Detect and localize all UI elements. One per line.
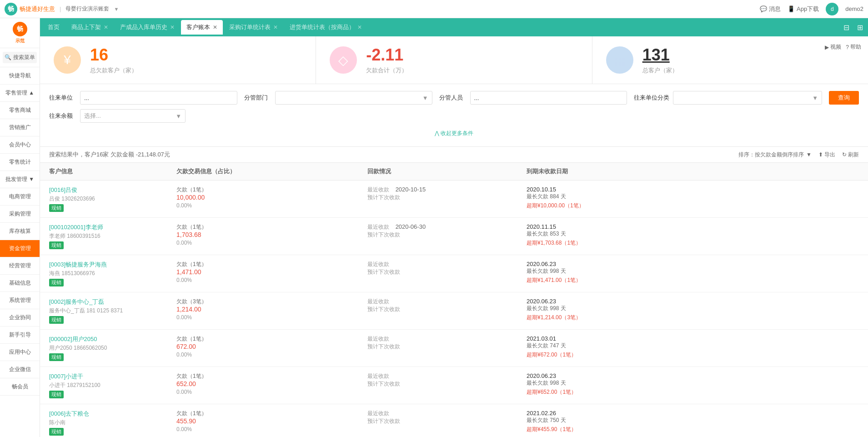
sidebar-item-retail-mall[interactable]: 零售商城 (0, 102, 40, 119)
refresh-btn[interactable]: ↻ 刷新 (842, 151, 859, 159)
app-download-btn[interactable]: 📱 App下载 (788, 5, 819, 13)
stat-icon-2: ◇ (330, 46, 357, 74)
sidebar-item-batch-mgmt[interactable]: 批发管理 ▼ (0, 171, 40, 188)
filter-row-1: 往来单位 ... 分管部门 ▼ (49, 91, 859, 105)
debt-amount-3[interactable]: 1,471.00 (176, 268, 201, 276)
customer-name-link-7[interactable]: [0006]去下粮仓 (49, 410, 89, 417)
debt-amount-6[interactable]: 652.00 (176, 380, 196, 387)
debt-amount-5[interactable]: 672.00 (176, 343, 196, 350)
customer-phone-2: 李老师 18600391516 (49, 232, 176, 240)
overdue-4[interactable]: 超期¥1,214.00（3笔） (527, 314, 859, 321)
video-btn[interactable]: ▶ 视频 (825, 43, 841, 51)
sidebar-item-retail-stats[interactable]: 零售统计 (0, 154, 40, 171)
overdue-3[interactable]: 超期¥1,471.00（1笔） (527, 276, 859, 284)
due-date-4: 2020.06.23 (527, 298, 859, 305)
search-menu-btn[interactable]: 🔍 搜索菜单 (3, 52, 37, 63)
sidebar-item-sys[interactable]: 系统管理 (0, 292, 40, 309)
sort-arrow-icon: ▼ (806, 151, 812, 158)
filter-unit-input[interactable]: ... (80, 91, 237, 105)
col-header-return: 回款情况 (367, 167, 527, 176)
tab-customer-account[interactable]: 客户账本 ✕ (181, 20, 223, 35)
customer-name-link-5[interactable]: [000002]用户2050 (49, 336, 97, 342)
sidebar-item-marketing[interactable]: 营销推广 (0, 119, 40, 136)
debt-amount-7[interactable]: 455.90 (176, 417, 196, 425)
customer-name-link-2[interactable]: [0001020001]李老师 (49, 224, 103, 231)
return-info-3: 最近收款 预计下次收款 (367, 261, 527, 286)
help-btn[interactable]: ? 帮助 (846, 43, 861, 51)
tab-product-history[interactable]: 产成品入库单历史 ✕ (115, 20, 180, 35)
debt-amount-4[interactable]: 1,214.00 (176, 306, 201, 313)
sidebar-item-quick-nav[interactable]: 快捷导航 (0, 67, 40, 85)
sidebar-item-vip[interactable]: 畅会员 (0, 378, 40, 396)
debt-info-3: 欠款（1笔） 1,471.00 0.00% (176, 261, 367, 286)
due-date-1: 2020.10.15 (527, 186, 859, 193)
sidebar-logo: 畅 示范 (0, 18, 40, 48)
company-dropdown-arrow[interactable]: ▼ (114, 6, 119, 12)
stat-label-total-customers: 总客户（家） (642, 66, 678, 75)
debt-amount-2[interactable]: 1,703.68 (176, 231, 201, 238)
tab-maximize-icon[interactable]: ⊞ (854, 22, 866, 33)
overdue-6[interactable]: 超期¥652.00（1笔） (527, 388, 859, 396)
tab-close-icon[interactable]: ✕ (213, 24, 217, 30)
tab-product-shelf[interactable]: 商品上下架 ✕ (66, 20, 114, 35)
tab-close-icon[interactable]: ✕ (104, 24, 108, 30)
user-avatar[interactable]: d (826, 3, 838, 15)
customer-name-link-4[interactable]: [0002]服务中心_丁磊 (49, 298, 104, 305)
overdue-1[interactable]: 超期¥10,000.00（1笔） (527, 202, 859, 210)
next-payment-3: 预计下次收款 (367, 268, 527, 276)
message-btn[interactable]: 💬 消息 (760, 5, 781, 13)
sidebar-item-inventory[interactable]: 库存核算 (0, 223, 40, 240)
sidebar-item-base-info[interactable]: 基础信息 (0, 275, 40, 292)
sidebar-item-member[interactable]: 会员中心 (0, 136, 40, 154)
sort-select[interactable]: 排序：按欠款金额倒序排序 ▼ (738, 151, 812, 159)
due-days-7: 最长欠款 750 天 (527, 417, 859, 424)
sidebar-item-label: 基础信息 (9, 280, 31, 286)
customer-name-link-3[interactable]: [0003]畅捷服务尹海燕 (49, 261, 107, 268)
sidebar-item-ops[interactable]: 经营管理 (0, 257, 40, 275)
customer-name-link-1[interactable]: [0016]吕俊 (49, 186, 77, 193)
sidebar-item-ecom[interactable]: 电商管理 (0, 188, 40, 206)
sidebar-item-newbie[interactable]: 新手引导 (0, 326, 40, 344)
overdue-7[interactable]: 超期¥455.90（1笔） (527, 426, 859, 433)
filter-unit-dots: ... (84, 95, 89, 101)
stat-overdue-amount: ◇ -2.11 欠款合计（万） (316, 36, 592, 84)
filter-balance-select[interactable]: 选择... ▼ (80, 109, 186, 123)
filter-category-select[interactable]: ▼ (673, 91, 822, 105)
search-button[interactable]: 查询 (829, 91, 859, 105)
due-info-3: 2020.06.23 最长欠款 998 天 超期¥1,471.00（1笔） (527, 261, 859, 286)
tab-close-icon[interactable]: ✕ (273, 24, 278, 30)
sidebar-item-app-center[interactable]: 应用中心 (0, 344, 40, 361)
app-icon: 📱 (788, 5, 795, 12)
tab-purchase-stats[interactable]: 进货单统计表（按商品） ✕ (284, 20, 367, 35)
building-icon (613, 53, 627, 67)
stat-total-customers: 131 总客户（家） ▶ 视频 ? 帮助 (592, 36, 868, 84)
customer-name-link-6[interactable]: [0007]小进干 (49, 373, 83, 380)
table-row: [0016]吕俊 吕俊 13026203696 现销 欠款（1笔） 10,000… (40, 181, 868, 218)
tab-minimize-icon[interactable]: ⊟ (841, 22, 852, 33)
sidebar-item-corp-wechat[interactable]: 企业微信 (0, 361, 40, 378)
filter-person-input[interactable]: ... (470, 91, 627, 105)
sidebar-item-purchase[interactable]: 采购管理 (0, 206, 40, 223)
filter-unit: 往来单位 ... (49, 91, 237, 105)
filter-balance-label: 往来余额 (49, 112, 76, 120)
sidebar-item-label: 企业微信 (9, 366, 31, 372)
export-btn[interactable]: ⬆ 导出 (818, 151, 835, 159)
sidebar-item-retail-mgmt[interactable]: 零售管理 ▲ (0, 85, 40, 102)
filter-dept-select[interactable]: ▼ (275, 91, 432, 105)
tab-close-icon[interactable]: ✕ (170, 24, 175, 30)
sidebar-item-finance[interactable]: 资金管理 (0, 240, 40, 257)
overdue-5[interactable]: 超期¥672.00（1笔） (527, 351, 859, 359)
due-info-6: 2020.06.23 最长欠款 998 天 超期¥652.00（1笔） (527, 372, 859, 398)
overdue-2[interactable]: 超期¥1,703.68（1笔） (527, 239, 859, 247)
page-content: ¥ 16 总欠款客户（家） ◇ -2.11 (40, 36, 868, 437)
col-header-debt: 欠款交易信息（占比） (176, 167, 367, 176)
due-days-2: 最长欠款 853 天 (527, 230, 859, 238)
tab-close-icon[interactable]: ✕ (357, 24, 362, 30)
sidebar-item-corp[interactable]: 企业协同 (0, 309, 40, 326)
customer-phone-1: 吕俊 13026203696 (49, 195, 176, 203)
debt-amount-1[interactable]: 10,000.00 (176, 194, 205, 201)
tab-purchase-order[interactable]: 采购订单统计表 ✕ (224, 20, 283, 35)
collapse-btn[interactable]: ⋀ 收起更多条件 (49, 127, 859, 140)
tab-home[interactable]: 首页 (42, 20, 65, 35)
debt-label-4: 欠款（3笔） (176, 298, 367, 306)
